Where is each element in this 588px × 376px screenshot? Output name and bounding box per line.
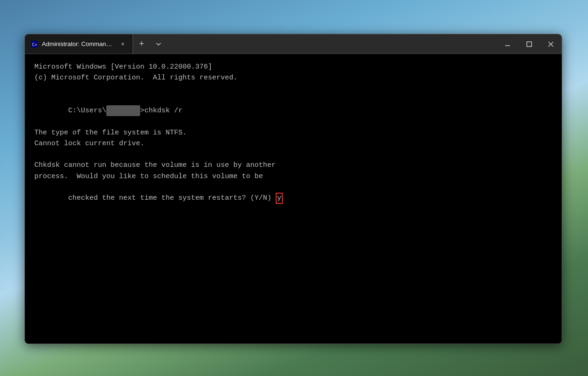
prompt-text: checked the next time the system restart… xyxy=(68,194,276,202)
window-controls xyxy=(497,34,562,54)
cmd-icon: C> xyxy=(31,40,38,48)
desktop: C> Administrator: Command Promp × + xyxy=(0,0,588,376)
terminal-line-1: Microsoft Windows [Version 10.0.22000.37… xyxy=(34,62,552,72)
new-tab-button[interactable]: + xyxy=(133,34,150,54)
path-suffix: >chkdsk /r xyxy=(140,107,183,115)
minimize-icon xyxy=(505,41,510,47)
terminal-line-6: Cannot lock current drive. xyxy=(34,138,552,149)
tab-close-button[interactable]: × xyxy=(119,40,127,48)
input-cursor: y xyxy=(276,193,283,204)
input-char-y: y xyxy=(277,194,281,202)
tab-label: Administrator: Command Promp xyxy=(42,40,115,47)
titlebar: C> Administrator: Command Promp × + xyxy=(25,34,562,54)
tab-area: C> Administrator: Command Promp × + xyxy=(25,34,497,54)
terminal-line-9: process. Would you like to schedule this… xyxy=(34,171,552,182)
terminal-line-5: The type of the file system is NTFS. xyxy=(34,127,552,138)
active-tab[interactable]: C> Administrator: Command Promp × xyxy=(25,34,133,54)
cmd-window: C> Administrator: Command Promp × + xyxy=(24,34,562,344)
svg-text:C>: C> xyxy=(32,42,37,47)
username-redacted xyxy=(106,105,140,116)
terminal-line-3 xyxy=(34,84,552,94)
terminal-line-2: (c) Microsoft Corporation. All rights re… xyxy=(34,72,552,83)
close-button[interactable] xyxy=(540,34,562,54)
terminal-line-4: C:\Users\ >chkdsk /r xyxy=(34,94,552,127)
terminal-line-10: checked the next time the system restart… xyxy=(34,182,552,215)
terminal-line-8: Chkdsk cannot run because the volume is … xyxy=(34,160,552,171)
path-prefix: C:\Users\ xyxy=(68,107,106,115)
minimize-button[interactable] xyxy=(497,34,518,54)
close-icon xyxy=(548,41,554,47)
terminal-body[interactable]: Microsoft Windows [Version 10.0.22000.37… xyxy=(25,54,562,344)
chevron-down-icon xyxy=(156,41,161,47)
terminal-line-7 xyxy=(34,149,552,160)
tab-dropdown-button[interactable] xyxy=(150,34,167,54)
maximize-button[interactable] xyxy=(518,34,540,54)
maximize-icon xyxy=(526,41,532,47)
svg-rect-4 xyxy=(527,42,532,47)
